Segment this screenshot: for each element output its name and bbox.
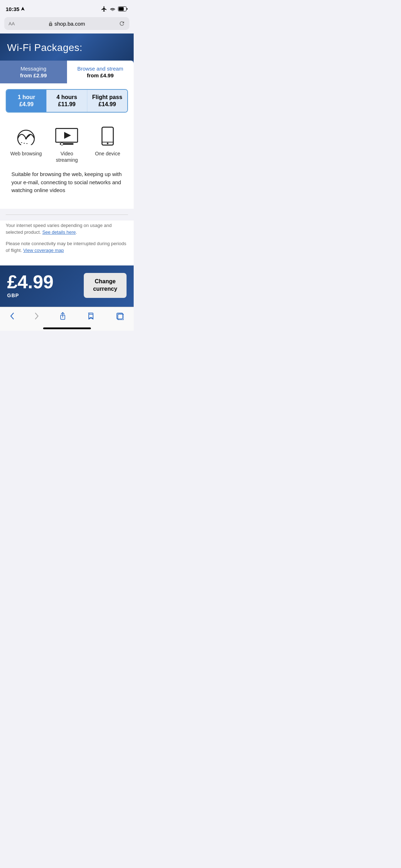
tab-switcher: Messaging from £2.99 Browse and stream f… bbox=[0, 61, 134, 83]
change-currency-button[interactable]: Change currency bbox=[84, 273, 127, 298]
browser-bar: AA shop.ba.com bbox=[0, 16, 134, 33]
duration-4hours-price: £11.99 bbox=[50, 101, 84, 108]
content-divider bbox=[6, 215, 128, 215]
status-icons bbox=[101, 6, 128, 12]
forward-icon bbox=[35, 312, 39, 320]
video-play-icon bbox=[54, 125, 79, 147]
tab-browse-stream[interactable]: Browse and stream from £4.99 bbox=[67, 61, 134, 83]
tab-browse-label: Browse and stream bbox=[71, 66, 130, 72]
feature-one-device: One device bbox=[90, 125, 125, 163]
feature-web-browsing-label: Web browsing bbox=[10, 151, 42, 156]
duration-section: 1 hour £4.99 4 hours £11.99 Flight pass … bbox=[0, 83, 134, 118]
mobile-device-icon bbox=[95, 125, 120, 147]
tab-browse-price: from £4.99 bbox=[71, 72, 130, 78]
feature-video-streaming-label: Video streaming bbox=[56, 151, 78, 163]
duration-flight-pass-price: £14.99 bbox=[90, 101, 124, 108]
tabs-button[interactable] bbox=[110, 311, 129, 321]
purchase-bar: £4.99 GBP Change currency bbox=[0, 265, 134, 307]
battery-icon bbox=[118, 6, 128, 11]
duration-4hours[interactable]: 4 hours £11.99 bbox=[47, 90, 87, 112]
tabs-icon bbox=[116, 312, 124, 320]
description-text: Suitable for browsing the web, keeping u… bbox=[11, 170, 122, 195]
svg-rect-2 bbox=[119, 7, 124, 11]
refresh-button[interactable] bbox=[119, 20, 125, 27]
home-indicator bbox=[0, 325, 134, 331]
tab-messaging-price: from £2.99 bbox=[4, 72, 63, 78]
url-text: shop.ba.com bbox=[55, 21, 85, 27]
features-grid: Web browsing Video streaming bbox=[6, 125, 128, 163]
duration-4hours-label: 4 hours bbox=[50, 94, 84, 100]
back-button[interactable] bbox=[4, 311, 20, 321]
coverage-note: Please note connectivity may be interrup… bbox=[6, 240, 128, 254]
forward-button[interactable] bbox=[29, 311, 45, 321]
time-display: 10:35 bbox=[6, 6, 19, 12]
share-button[interactable] bbox=[53, 311, 72, 321]
svg-marker-10 bbox=[64, 132, 71, 139]
duration-1hour-price: £4.99 bbox=[9, 101, 43, 108]
wifi-speed-icon bbox=[14, 125, 38, 147]
url-display: shop.ba.com bbox=[48, 21, 85, 27]
url-bar[interactable]: AA shop.ba.com bbox=[4, 17, 129, 30]
notes-section: Your internet speed varies depending on … bbox=[0, 221, 134, 265]
duration-flight-pass[interactable]: Flight pass £14.99 bbox=[87, 90, 127, 112]
status-time: 10:35 bbox=[6, 6, 25, 12]
svg-point-5 bbox=[25, 138, 27, 139]
description-section: Suitable for browsing the web, keeping u… bbox=[6, 170, 128, 202]
tab-messaging[interactable]: Messaging from £2.99 bbox=[0, 61, 67, 83]
browser-nav-bar bbox=[0, 307, 134, 325]
purchase-price: £4.99 bbox=[7, 273, 53, 291]
svg-point-14 bbox=[107, 143, 108, 144]
purchase-price-area: £4.99 GBP bbox=[7, 273, 53, 298]
duration-1hour-label: 1 hour bbox=[9, 94, 43, 100]
home-pill bbox=[43, 327, 91, 329]
see-details-link[interactable]: See details here bbox=[42, 229, 76, 235]
tab-messaging-label: Messaging bbox=[4, 66, 63, 72]
back-icon bbox=[10, 312, 14, 320]
refresh-icon bbox=[119, 20, 125, 27]
duration-flight-pass-label: Flight pass bbox=[90, 94, 124, 100]
navigation-arrow-icon bbox=[21, 7, 25, 11]
purchase-currency: GBP bbox=[7, 293, 53, 298]
speed-note: Your internet speed varies depending on … bbox=[6, 222, 128, 236]
page-title: Wi-Fi Packages: bbox=[7, 42, 127, 53]
coverage-map-link[interactable]: View coverage map bbox=[23, 248, 64, 253]
feature-one-device-label: One device bbox=[95, 151, 120, 156]
duration-selector: 1 hour £4.99 4 hours £11.99 Flight pass … bbox=[6, 89, 128, 113]
duration-1hour[interactable]: 1 hour £4.99 bbox=[6, 90, 47, 112]
text-size-control[interactable]: AA bbox=[9, 21, 15, 26]
status-bar: 10:35 bbox=[0, 0, 134, 16]
share-icon bbox=[59, 312, 67, 320]
page-content: Wi-Fi Packages: Messaging from £2.99 Bro… bbox=[0, 33, 134, 307]
wifi-icon bbox=[109, 6, 116, 11]
bookmarks-icon bbox=[87, 312, 96, 320]
bookmarks-button[interactable] bbox=[81, 311, 101, 321]
airplane-icon bbox=[101, 6, 107, 12]
features-section: Web browsing Video streaming bbox=[0, 118, 134, 209]
feature-video-streaming: Video streaming bbox=[49, 125, 84, 163]
lock-icon bbox=[48, 21, 53, 26]
svg-marker-0 bbox=[21, 7, 25, 11]
feature-web-browsing: Web browsing bbox=[8, 125, 44, 163]
svg-point-12 bbox=[61, 143, 63, 145]
hero-banner: Wi-Fi Packages: bbox=[0, 33, 134, 61]
